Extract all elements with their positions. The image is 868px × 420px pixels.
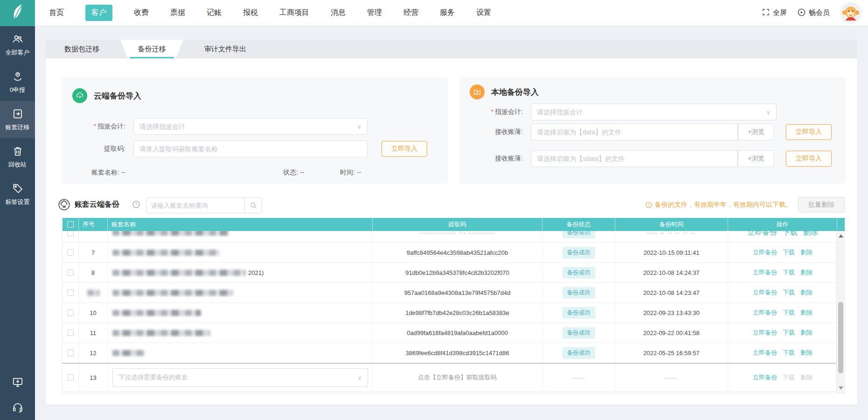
scroll-down-arrow[interactable]: [839, 386, 843, 390]
sdata-file-input[interactable]: [531, 151, 737, 167]
row-checkbox[interactable]: [67, 350, 74, 356]
delete-link[interactable]: 删除: [800, 268, 812, 277]
browse-sdata-button[interactable]: +浏览: [738, 150, 774, 167]
assign-accountant-row: *指派会计: ∨: [459, 104, 777, 120]
backup-now-link[interactable]: 立即备份: [747, 231, 777, 238]
backup-now-link[interactable]: 立即备份: [753, 349, 777, 357]
tab-backup-migration[interactable]: 备份迁移: [120, 40, 183, 58]
status-badge: 备份成功: [562, 231, 595, 238]
row-checkbox[interactable]: [67, 289, 74, 296]
row-account-name: [108, 303, 373, 322]
download-link[interactable]: 下载: [783, 248, 795, 257]
row-checkbox[interactable]: [67, 309, 74, 316]
redacted-account-name: [112, 231, 229, 236]
topnav-item[interactable]: 工商项目: [279, 8, 309, 18]
support-headset-icon[interactable]: [12, 401, 24, 413]
row-checkbox[interactable]: [67, 249, 74, 256]
extraction-code-input[interactable]: [134, 141, 367, 157]
local-import-data-button[interactable]: 立即导入: [786, 124, 832, 140]
time-label: 时间:: [340, 168, 355, 176]
delete-link[interactable]: 删除: [800, 349, 812, 357]
row-seq: 10: [79, 303, 108, 322]
local-backup-import-panel: 本地备份导入 *指派会计: ∨ 接收账薄: +浏览 立即导入 接收账薄: +浏览…: [459, 77, 846, 183]
sidebar-item-account-migration[interactable]: 账套迁移: [0, 101, 35, 138]
assign-accountant-select[interactable]: ∨: [133, 118, 368, 135]
topnav-item[interactable]: 管理: [367, 8, 382, 18]
topnav-item[interactable]: 收费: [134, 8, 149, 18]
select-all-checkbox[interactable]: [67, 221, 74, 228]
user-avatar[interactable]: [840, 2, 861, 24]
sidebar-item-recycle-bin[interactable]: 回收站: [0, 138, 35, 175]
scroll-up-arrow[interactable]: [839, 234, 843, 238]
row-account-name: [108, 323, 373, 343]
topnav-item[interactable]: 消息: [331, 8, 346, 18]
assign-accountant-input[interactable]: [531, 104, 776, 120]
search-button[interactable]: [245, 197, 262, 213]
row-checkbox[interactable]: [67, 374, 74, 381]
client-download-icon[interactable]: [12, 376, 24, 388]
tab-data-package-migration[interactable]: 数据包迁移: [50, 40, 113, 58]
topnav-item[interactable]: 首页: [49, 8, 64, 18]
member-button[interactable]: 畅会员: [797, 8, 830, 18]
download-link[interactable]: 下载: [783, 349, 795, 357]
local-import-sdata-button[interactable]: 立即导入: [786, 151, 832, 167]
backup-now-link[interactable]: 立即备份: [753, 268, 777, 277]
feather-logo-icon: [7, 1, 28, 25]
fullscreen-button[interactable]: 全屏: [762, 8, 787, 18]
download-link[interactable]: 下载: [783, 268, 795, 277]
topnav-item[interactable]: 票据: [170, 8, 185, 18]
help-icon[interactable]: ?: [132, 200, 140, 209]
delete-link[interactable]: 删除: [800, 248, 812, 257]
get-code-hint: 点击【立即备份】获取提取码: [418, 373, 497, 382]
row-checkbox[interactable]: [67, 329, 74, 336]
topnav-item[interactable]: 经营: [403, 8, 418, 18]
empty-time: ——: [665, 374, 678, 381]
batch-delete-button[interactable]: 批量删除: [798, 197, 845, 212]
scroll-thumb[interactable]: [838, 302, 843, 373]
assign-accountant-input[interactable]: [134, 119, 367, 134]
download-link[interactable]: 下载: [783, 308, 795, 317]
row-seq: 11: [79, 323, 108, 343]
topnav-item[interactable]: 服务: [440, 8, 455, 18]
row-extraction-code: 1de98f7fb7db42e28c03c26b1a58383e: [373, 303, 542, 322]
browse-data-button[interactable]: +浏览: [738, 124, 774, 140]
receive-ledger-label: 接收账薄:: [459, 154, 528, 163]
account-select[interactable]: 下拉选择需要备份的账套 ∨: [112, 368, 368, 387]
delete-link[interactable]: 删除: [803, 231, 818, 238]
row-checkbox[interactable]: [67, 269, 74, 276]
backup-now-link[interactable]: 立即备份: [753, 373, 777, 382]
download-link[interactable]: 下载: [783, 231, 798, 238]
topnav-item[interactable]: 报税: [243, 8, 258, 18]
users-icon: [12, 33, 24, 45]
backup-now-link[interactable]: 立即备份: [753, 308, 777, 317]
assign-accountant-select[interactable]: ∨: [531, 104, 777, 120]
empty-status: ——: [572, 374, 585, 381]
redacted-account-name: [112, 250, 220, 256]
data-file-input[interactable]: [531, 124, 737, 140]
download-link[interactable]: 下载: [783, 329, 795, 337]
trash-icon: [12, 145, 24, 157]
row-checkbox[interactable]: [67, 231, 74, 236]
sidebar-item-tag-settings[interactable]: 标签设置: [0, 175, 35, 213]
download-link[interactable]: 下载: [783, 288, 795, 297]
table-row: 957aa0168a9e4308a13e79f4575b7d4d 备份成功 20…: [62, 283, 837, 303]
tab-audit-file-export[interactable]: 审计文件导出: [190, 40, 260, 58]
topnav-item[interactable]: 记账: [207, 8, 222, 18]
backup-now-link[interactable]: 立即备份: [753, 329, 777, 337]
backup-now-link[interactable]: 立即备份: [753, 248, 777, 257]
topnav-item[interactable]: 设置: [476, 8, 491, 18]
delete-link[interactable]: 删除: [800, 288, 812, 297]
sidebar-item-zero-declare[interactable]: 0申报: [0, 63, 35, 101]
redacted-seq: [87, 290, 99, 296]
search-input[interactable]: [146, 197, 245, 213]
table-scrollbar[interactable]: [836, 231, 845, 393]
cloud-backup-list-header: 账套云端备份 ? 备份的文件，有效期半年，有效期内可以下载。 批量删除: [46, 196, 857, 215]
backup-now-link[interactable]: 立即备份: [753, 288, 777, 297]
delete-link[interactable]: 删除: [800, 329, 812, 337]
cloud-import-now-button[interactable]: 立即导入: [382, 141, 427, 157]
delete-link[interactable]: 删除: [800, 308, 812, 317]
sidebar-item-all-customers[interactable]: 全部客户: [0, 26, 35, 63]
assign-accountant-label: *指派会计:: [62, 122, 131, 131]
topnav-item[interactable]: 客户: [85, 5, 112, 21]
search-bar: [146, 197, 262, 213]
